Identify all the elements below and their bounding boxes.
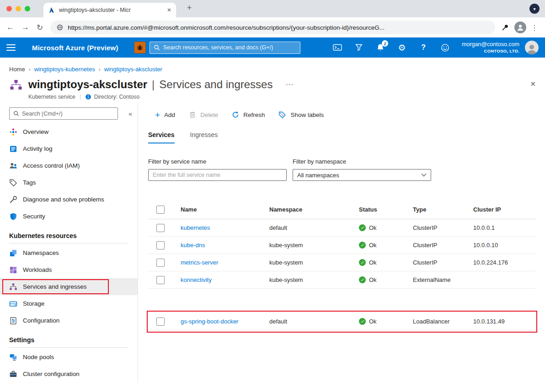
breadcrumb-resource-group[interactable]: wingtiptoys-kubernetes (34, 66, 95, 73)
more-options-icon[interactable]: ··· (285, 80, 293, 89)
breadcrumb-cluster[interactable]: wingtiptoys-akscluster (104, 66, 162, 73)
row-checkbox[interactable] (156, 318, 165, 326)
cell-status: ✓Ok (359, 224, 413, 231)
breadcrumb-home[interactable]: Home (9, 66, 25, 73)
pin-icon[interactable] (502, 24, 509, 31)
sidebar-item-label: Overview (23, 128, 48, 135)
namespaces-icon (9, 249, 17, 257)
column-header-type[interactable]: Type (413, 206, 473, 213)
page-title-bar: wingtiptoys-akscluster | Services and in… (0, 73, 545, 100)
fullscreen-window-button[interactable] (25, 6, 30, 11)
sidebar-item-security[interactable]: Security (0, 208, 138, 225)
services-ingresses-pane: + Add Delete Refresh (138, 105, 545, 382)
close-blade-icon[interactable]: ✕ (530, 80, 536, 88)
sidebar-item-access-control[interactable]: Access control (IAM) (0, 157, 138, 174)
forward-button[interactable]: → (21, 23, 29, 32)
feedback-smiley-icon[interactable] (440, 42, 450, 53)
service-link[interactable]: metrics-server (181, 259, 269, 266)
refresh-icon (232, 111, 239, 118)
reload-button[interactable]: ↻ (37, 23, 43, 32)
sidebar-item-configuration[interactable]: Configuration (0, 312, 138, 329)
report-bug-button[interactable] (134, 42, 146, 53)
global-search[interactable] (150, 42, 300, 54)
column-header-status[interactable]: Status (359, 206, 413, 213)
delete-button[interactable]: Delete (189, 111, 218, 118)
global-search-input[interactable] (163, 44, 296, 51)
sidebar-item-label: Cluster configuration (23, 371, 80, 377)
settings-gear-icon[interactable]: ⚙ (397, 42, 407, 53)
filter-row: Filter by service name Filter by namespa… (148, 158, 536, 181)
column-header-cluster-ip[interactable]: Cluster IP (473, 206, 536, 213)
new-tab-button[interactable]: + (184, 3, 195, 13)
tab-ingresses[interactable]: Ingresses (190, 131, 218, 143)
chevron-down-icon (421, 173, 427, 177)
column-header-name[interactable]: Name (181, 206, 269, 213)
service-link[interactable]: kubernetes (181, 224, 269, 231)
table-row: kubernetes default ✓Ok ClusterIP 10.0.0.… (148, 219, 536, 237)
back-button[interactable]: ← (6, 23, 14, 32)
sidebar-item-label: Namespaces (23, 249, 59, 256)
browser-profile-avatar[interactable] (514, 21, 526, 33)
service-link[interactable]: gs-spring-boot-docker (181, 318, 269, 325)
cell-namespace: default (269, 224, 359, 231)
browser-menu-icon[interactable]: ⋮ (531, 23, 539, 32)
row-checkbox[interactable] (156, 241, 165, 249)
show-labels-icon (278, 111, 286, 119)
cell-status: ✓Ok (359, 318, 413, 325)
show-labels-button[interactable]: Show labels (278, 111, 324, 119)
table-row-highlighted: gs-spring-boot-docker default ✓Ok LoadBa… (148, 313, 536, 330)
status-ok-icon: ✓ (359, 318, 366, 325)
directory-filter-icon[interactable] (354, 42, 364, 53)
tab-services[interactable]: Services (148, 131, 175, 143)
table-gap (148, 289, 536, 311)
brand-title[interactable]: Microsoft Azure (Preview) (32, 44, 118, 52)
sidebar-item-cluster-configuration[interactable]: Cluster configuration (0, 366, 138, 382)
sidebar-item-overview[interactable]: Overview (0, 123, 138, 140)
address-bar[interactable]: https://ms.portal.azure.com/#@microsoft.… (50, 21, 495, 34)
sidebar-item-workloads[interactable]: Workloads (0, 261, 138, 278)
service-name-filter-input[interactable] (148, 169, 287, 181)
tab-overview-button[interactable]: ▾ (529, 4, 540, 14)
site-info-globe-icon[interactable] (57, 24, 63, 31)
service-link[interactable]: konnectivity (181, 276, 269, 283)
account-info[interactable]: morgan@contoso.com CONTOSO, LTD. (462, 41, 519, 54)
sidebar-item-namespaces[interactable]: Namespaces (0, 244, 138, 261)
minimize-window-button[interactable] (16, 6, 21, 11)
tab-close-icon[interactable]: ✕ (167, 7, 171, 13)
cell-status: ✓Ok (359, 242, 413, 249)
azure-portal-header: Microsoft Azure (Preview) 2 ⚙ ? morgan@c… (0, 37, 545, 58)
sidebar-item-diagnose[interactable]: Diagnose and solve problems (0, 191, 138, 208)
service-link[interactable]: kube-dns (181, 242, 269, 249)
sidebar-item-tags[interactable]: Tags (0, 174, 138, 191)
sidebar-search[interactable] (9, 107, 118, 120)
plus-icon: + (155, 111, 160, 119)
collapse-sidebar-icon[interactable]: « (128, 110, 132, 117)
refresh-button[interactable]: Refresh (232, 111, 265, 118)
table-row: konnectivity kube-system ✓Ok ExternalNam… (148, 271, 536, 289)
directory-label: Directory: Contoso (94, 94, 139, 100)
sidebar-item-node-pools[interactable]: Node pools (0, 349, 138, 366)
select-all-checkbox[interactable] (156, 206, 165, 214)
row-checkbox[interactable] (156, 224, 165, 232)
sidebar-item-services-and-ingresses[interactable]: Services and ingresses (0, 278, 138, 295)
sidebar-item-activity-log[interactable]: Activity log (0, 140, 138, 157)
user-avatar[interactable] (525, 41, 539, 54)
notifications-bell-icon[interactable]: 2 (375, 42, 385, 53)
close-window-button[interactable] (6, 6, 12, 11)
cell-namespace: default (269, 318, 359, 325)
sidebar-item-storage[interactable]: Storage (0, 295, 138, 312)
storage-icon (9, 300, 17, 308)
browser-tab[interactable]: wingtiptoys-akscluster - Micr ✕ (43, 3, 176, 17)
cloud-shell-icon[interactable] (332, 42, 342, 53)
row-checkbox[interactable] (156, 259, 165, 267)
cell-cluster-ip: 10.0.0.1 (473, 224, 536, 231)
user-email: morgan@contoso.com (462, 41, 519, 48)
namespace-filter-dropdown[interactable]: All namespaces (293, 169, 431, 181)
column-header-namespace[interactable]: Namespace (269, 206, 359, 213)
sidebar-search-input[interactable] (22, 111, 114, 117)
sidebar-section-settings: Settings (0, 329, 138, 347)
portal-menu-icon[interactable] (6, 44, 16, 51)
add-button[interactable]: + Add (155, 111, 175, 119)
row-checkbox[interactable] (156, 276, 165, 284)
help-icon[interactable]: ? (418, 42, 428, 53)
